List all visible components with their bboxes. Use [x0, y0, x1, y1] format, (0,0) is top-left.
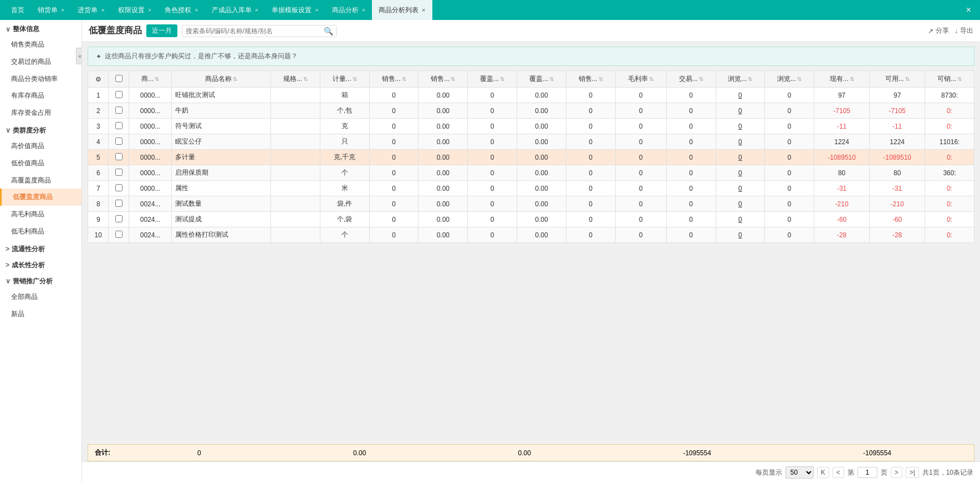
search-icon[interactable]: 🔍 [324, 27, 333, 35]
nav-item-purchase[interactable]: 进货单 × [71, 0, 111, 20]
row-browse1[interactable]: 0 [716, 212, 765, 227]
col-stock-cur[interactable]: 现有...⇅ [814, 71, 870, 88]
sidebar-item-stock-capital[interactable]: 库存资金占用 [0, 104, 81, 121]
sidebar-item-high-coverage[interactable]: 高覆盖度商品 [0, 172, 81, 189]
col-checkbox[interactable] [109, 71, 129, 88]
nav-item-permissions[interactable]: 权限设置 × [111, 0, 158, 20]
col-cover1[interactable]: 覆盖...⇅ [468, 71, 517, 88]
row-browse1[interactable]: 0 [716, 119, 765, 134]
col-stock-sale[interactable]: 可销...⇅ [925, 71, 974, 88]
browse-link[interactable]: 0 [738, 216, 742, 223]
nav-close-roles[interactable]: × [195, 7, 198, 13]
sidebar-item-high-profit[interactable]: 高毛利商品 [0, 206, 81, 223]
select-all-checkbox[interactable] [115, 75, 122, 82]
table-row[interactable]: 7 0000... 属性 米 0 0.00 0 0.00 0 0 0 0 0 -… [88, 181, 974, 196]
table-row[interactable]: 4 0000... 眠宝公仔 只 0 0.00 0 0.00 0 0 0 0 0… [88, 134, 974, 150]
last-page-button[interactable]: >| [906, 467, 919, 478]
first-page-button[interactable]: K [817, 467, 829, 478]
row-browse1[interactable]: 0 [716, 181, 765, 196]
row-browse1[interactable]: 0 [716, 134, 765, 150]
browse-link[interactable]: 0 [738, 185, 742, 192]
row-browse1[interactable]: 0 [716, 150, 765, 165]
col-browse2[interactable]: 浏览...⇅ [765, 71, 814, 88]
next-page-button[interactable]: > [891, 467, 902, 478]
table-row[interactable]: 3 0000... 符号测试 克 0 0.00 0 0.00 0 0 0 0 0… [88, 119, 974, 134]
row-checkbox[interactable] [109, 134, 129, 150]
table-row[interactable]: 2 0000... 牛奶 个,包 0 0.00 0 0.00 0 0 0 0 0… [88, 103, 974, 119]
sidebar-item-category-activity[interactable]: 商品分类动销率 [0, 70, 81, 88]
browse-link[interactable]: 0 [738, 169, 742, 177]
row-checkbox[interactable] [109, 212, 129, 227]
row-checkbox[interactable] [109, 181, 129, 196]
col-stock-avail[interactable]: 可用...⇅ [870, 71, 925, 88]
nav-close-production[interactable]: × [255, 7, 258, 13]
nav-close-template[interactable]: × [315, 7, 318, 13]
sidebar-group-flow[interactable]: > 流通性分析 [0, 240, 81, 256]
row-browse1[interactable]: 0 [716, 103, 765, 119]
sidebar-group-marketing[interactable]: ∨ 营销推广分析 [0, 272, 81, 288]
nav-item-roles[interactable]: 角色授权 × [158, 0, 205, 20]
col-spec[interactable]: 规格...⇅ [271, 71, 320, 88]
share-button[interactable]: ↗ 分享 [928, 26, 949, 35]
row-checkbox[interactable] [109, 227, 129, 243]
sidebar-item-sales-products[interactable]: 销售类商品 [0, 36, 81, 53]
sidebar-item-low-coverage[interactable]: 低覆盖度商品 [0, 189, 81, 206]
page-number-input[interactable] [858, 467, 877, 478]
col-sales3[interactable]: 销售...⇅ [566, 71, 615, 88]
col-sales-qty[interactable]: 销售...⇅ [369, 71, 418, 88]
sidebar-item-traded-products[interactable]: 交易过的商品 [0, 53, 81, 70]
row-checkbox[interactable] [109, 119, 129, 134]
row-checkbox[interactable] [109, 103, 129, 119]
col-gross[interactable]: 毛利率⇅ [615, 71, 666, 88]
table-row[interactable]: 9 0024... 测试提成 个,袋 0 0.00 0 0.00 0 0 0 0… [88, 212, 974, 227]
browse-link[interactable]: 0 [738, 200, 742, 208]
col-cover2[interactable]: 覆盖...⇅ [517, 71, 566, 88]
browse-link[interactable]: 0 [738, 91, 742, 99]
row-browse1[interactable]: 0 [716, 196, 765, 212]
browse-link[interactable]: 0 [738, 123, 742, 130]
sidebar-item-low-profit[interactable]: 低毛利商品 [0, 223, 81, 240]
table-row[interactable]: 5 0000... 多计量 克,千克 0 0.00 0 0.00 0 0 0 0… [88, 150, 974, 165]
nav-close-permissions[interactable]: × [148, 7, 151, 13]
sidebar-item-high-value[interactable]: 高价值商品 [0, 138, 81, 155]
sidebar-item-new-products[interactable]: 新品 [0, 306, 81, 323]
browse-link[interactable]: 0 [738, 107, 742, 115]
nav-close-all[interactable]: × [962, 5, 976, 15]
col-unit[interactable]: 计量...⇅ [320, 71, 369, 88]
nav-item-product-analysis[interactable]: 商品分析 × [325, 0, 372, 20]
export-button[interactable]: ↓ 导出 [955, 26, 973, 35]
row-checkbox[interactable] [109, 88, 129, 103]
nav-item-template[interactable]: 单据模板设置 × [265, 0, 325, 20]
period-button[interactable]: 近一月 [146, 24, 177, 37]
browse-link[interactable]: 0 [738, 231, 742, 239]
browse-link[interactable]: 0 [738, 138, 742, 146]
col-name[interactable]: 商品名称⇅ [171, 71, 270, 88]
table-row[interactable]: 8 0024... 测试数量 袋,件 0 0.00 0 0.00 0 0 0 0… [88, 196, 974, 212]
sidebar-group-overall[interactable]: ∨ 整体信息 [0, 20, 81, 36]
table-wrapper[interactable]: ⚙ 商...⇅ 商品名称⇅ 规格...⇅ 计量...⇅ 销售...⇅ 销售...… [82, 70, 980, 444]
nav-close-analysis-list[interactable]: × [422, 7, 425, 13]
row-checkbox[interactable] [109, 196, 129, 212]
sidebar-item-stock-products[interactable]: 有库存商品 [0, 87, 81, 104]
row-browse1[interactable]: 0 [716, 227, 765, 243]
nav-close-sales[interactable]: × [61, 7, 64, 13]
col-trade[interactable]: 交易...⇅ [666, 71, 716, 88]
table-row[interactable]: 6 0000... 启用保质期 个 0 0.00 0 0.00 0 0 0 0 … [88, 165, 974, 181]
nav-item-home[interactable]: 首页 [4, 0, 31, 20]
sidebar-collapse-button[interactable]: « [76, 48, 82, 64]
prev-page-button[interactable]: < [833, 467, 844, 478]
sidebar-group-growth[interactable]: > 成长性分析 [0, 256, 81, 272]
row-checkbox[interactable] [109, 150, 129, 165]
sidebar-group-cluster[interactable]: ∨ 类群度分析 [0, 121, 81, 138]
col-settings[interactable]: ⚙ [88, 71, 109, 88]
table-row[interactable]: 1 0000... 旺铺批次测试 箱 0 0.00 0 0.00 0 0 0 0… [88, 88, 974, 103]
nav-item-sales[interactable]: 销货单 × [31, 0, 71, 20]
nav-item-analysis-list[interactable]: 商品分析列表 × [372, 0, 432, 20]
nav-close-purchase[interactable]: × [101, 7, 104, 13]
table-row[interactable]: 10 0024... 属性价格打印测试 个 0 0.00 0 0.00 0 0 … [88, 227, 974, 243]
col-browse1[interactable]: 浏览...⇅ [716, 71, 765, 88]
nav-close-product-analysis[interactable]: × [362, 7, 365, 13]
per-page-select[interactable]: 50 20 100 200 [785, 466, 814, 479]
nav-item-production[interactable]: 产成品入库单 × [205, 0, 265, 20]
search-input[interactable] [186, 27, 324, 35]
